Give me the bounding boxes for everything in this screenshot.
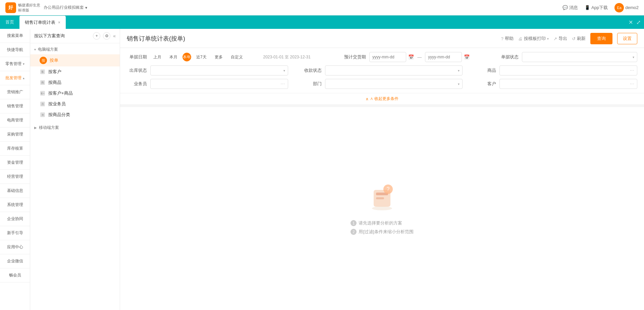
sidebar-item-system[interactable]: 系统管理	[0, 198, 30, 212]
dept-label: 部门	[302, 81, 322, 87]
help-btn[interactable]: ? 帮助	[501, 36, 514, 42]
date-btn-this-month[interactable]: 本月	[166, 53, 180, 61]
scheme-item-by-goods[interactable]: 商 按商品	[30, 77, 120, 88]
sidebar-item-wholesale[interactable]: 批发管理 ▴	[0, 71, 30, 85]
collapse-more-conditions-btn[interactable]: ∧ ∧ 收起更多条件	[120, 93, 644, 104]
empty-state: ? 1 请先选择要分析的方案 2 用[过滤]条件来缩小分析范围	[120, 107, 644, 310]
sidebar-item-member[interactable]: 畅会员	[0, 268, 30, 282]
sidebar-item-operations[interactable]: 经营管理	[0, 170, 30, 184]
refresh-btn[interactable]: ↺ 刷新	[572, 36, 586, 42]
out-status-dropdown[interactable]: ▾	[150, 65, 288, 75]
wholesale-arrow-icon: ▴	[23, 76, 24, 80]
tab-home[interactable]: 首页	[0, 15, 19, 29]
sidebar-item-finance[interactable]: 资金管理	[0, 156, 30, 170]
collapse-panel-btn[interactable]: «	[113, 33, 116, 39]
app-download-btn[interactable]: 📱 App下载	[585, 5, 608, 11]
message-btn[interactable]: 💬 消息	[562, 5, 578, 11]
tab-bar: 首页 销售订单统计表 × ✕ ⤢	[0, 15, 644, 29]
svg-point-10	[372, 206, 392, 210]
sidebar-item-app-center[interactable]: 应用中心	[0, 240, 30, 254]
pc-schemes-header[interactable]: ▾ 电脑端方案	[30, 45, 120, 54]
svg-text:员: 员	[41, 103, 44, 106]
goods-more-btn[interactable]: ···	[630, 67, 634, 73]
page-title: 销售订单统计表(按单)	[127, 35, 185, 43]
settings-scheme-btn[interactable]: ⚙	[103, 32, 110, 40]
pc-schemes-section: ▾ 电脑端方案 按 按单 客 按客户	[30, 43, 120, 121]
user-info[interactable]: Ea demo2	[614, 3, 639, 12]
date-btn-custom[interactable]: 自定义	[228, 53, 246, 61]
logo-icon: 好	[5, 2, 16, 13]
sidebar-item-enterprise[interactable]: 企业协同	[0, 212, 30, 226]
pay-status-dropdown[interactable]: ▾	[325, 65, 463, 75]
date-btn-last-7days[interactable]: 近7天	[193, 53, 210, 61]
filter-row-1: 单据日期 上月 本月 本年 近7天 更多 自定义 2023-01-01 至 20…	[127, 52, 637, 62]
scheme-item-by-category[interactable]: 类 按商品分类	[30, 109, 120, 120]
goods-icon: 商	[40, 80, 46, 86]
tab-sales-order-stats[interactable]: 销售订单统计表 ×	[19, 16, 66, 29]
mobile-schemes-header[interactable]: ▶ 移动端方案	[30, 123, 120, 133]
template-print-btn[interactable]: 🖨 按模板打印 ▾	[518, 36, 549, 42]
sidebar-item-marketing[interactable]: 营销推广	[0, 85, 30, 99]
right-panel: 销售订单统计表(按单) ? 帮助 🖨 按模板打印 ▾ ↗	[120, 29, 644, 310]
collapse-icon: ∧	[366, 97, 369, 101]
bill-status-dropdown[interactable]: ▾	[522, 52, 637, 62]
scheme-item-by-order[interactable]: 按 按单	[30, 54, 120, 66]
retail-arrow-icon: ▾	[23, 62, 24, 66]
sidebar-item-guide[interactable]: 新手引导	[0, 226, 30, 240]
date-btn-last-month[interactable]: 上月	[150, 53, 164, 61]
bill-status-label: 单据状态	[498, 54, 519, 60]
dept-dropdown[interactable]: ▾	[325, 79, 463, 89]
sidebar-item-purchase[interactable]: 采购管理	[0, 127, 30, 142]
pay-status-label: 收款状态	[302, 67, 322, 73]
tab-bar-right: ✕ ⤢	[629, 19, 644, 25]
pc-schemes-arrow-icon: ▾	[34, 48, 36, 51]
sidebar-item-inventory[interactable]: 库存核算	[0, 142, 30, 156]
export-icon: ↗	[553, 36, 557, 41]
main-layout: 搜索菜单 快捷导航 零售管理 ▾ 批发管理 ▴ 营销推广 销售管理 电商管理 采	[0, 29, 644, 310]
tab-close-btn[interactable]: ×	[58, 20, 60, 25]
svg-text:客: 客	[41, 70, 44, 73]
predict-date-from-input[interactable]	[369, 52, 406, 62]
sidebar-item-basic-info[interactable]: 基础信息	[0, 184, 30, 198]
dept-arrow-icon: ▾	[458, 82, 460, 86]
scheme-item-by-staff[interactable]: 员 按业务员	[30, 99, 120, 109]
date-btn-this-year[interactable]: 本年	[182, 53, 191, 61]
add-scheme-btn[interactable]: +	[93, 32, 100, 40]
left-panel-title: 按以下方案查询	[34, 33, 65, 39]
left-panel-actions: + ⚙ «	[93, 32, 116, 40]
empty-tip-2: 2 用[过滤]条件来缩小分析范围	[351, 229, 413, 235]
out-status-arrow-icon: ▾	[283, 69, 285, 72]
sidebar-item-wechat[interactable]: 企业微信	[0, 254, 30, 268]
breadcrumb-dropdown[interactable]: ▾	[85, 5, 87, 10]
staff-more-btn[interactable]: ···	[280, 81, 285, 87]
filter-settings-btn[interactable]: 设置	[617, 33, 637, 44]
date-btn-more[interactable]: 更多	[212, 53, 226, 61]
query-btn[interactable]: 查询	[590, 33, 612, 44]
refresh-icon: ↺	[572, 36, 576, 41]
sidebar-item-ecommerce[interactable]: 电商管理	[0, 113, 30, 127]
export-btn[interactable]: ↗ 导出	[553, 36, 567, 42]
sidebar-item-search-menu[interactable]: 搜索菜单	[0, 29, 30, 43]
staff-icon: 员	[40, 101, 46, 107]
breadcrumb[interactable]: 办公用品行业模拟账套 ▾	[44, 5, 87, 10]
window-close-btn[interactable]: ✕	[629, 19, 633, 25]
scheme-item-by-customer[interactable]: 客 按客户	[30, 66, 120, 77]
page-header: 销售订单统计表(按单) ? 帮助 🖨 按模板打印 ▾ ↗	[120, 29, 644, 48]
predict-date-from-wrap: 📅	[369, 52, 414, 62]
svg-text:客+: 客+	[41, 92, 44, 95]
svg-text:?: ?	[387, 186, 390, 192]
svg-text:类: 类	[42, 114, 44, 116]
window-expand-btn[interactable]: ⤢	[636, 19, 641, 25]
calendar-to-icon: 📅	[464, 54, 470, 60]
filter-section: 单据日期 上月 本月 本年 近7天 更多 自定义 2023-01-01 至 20…	[120, 48, 644, 93]
sidebar-item-retail[interactable]: 零售管理 ▾	[0, 57, 30, 71]
sidebar-item-quick-nav[interactable]: 快捷导航	[0, 43, 30, 57]
filter-row-2: 出库状态 ▾ 收款状态 ▾ 商品 ···	[127, 65, 637, 75]
logo-text: 畅捷通好生意 标准版	[18, 3, 40, 12]
customer-more-btn[interactable]: ···	[630, 81, 634, 87]
sidebar-item-sales[interactable]: 销售管理	[0, 99, 30, 113]
scheme-item-by-customer-goods[interactable]: 客+ 按客户+商品	[30, 88, 120, 99]
avatar: Ea	[614, 3, 624, 12]
mobile-schemes-arrow-icon: ▶	[34, 126, 37, 130]
predict-date-to-input[interactable]	[425, 52, 462, 62]
